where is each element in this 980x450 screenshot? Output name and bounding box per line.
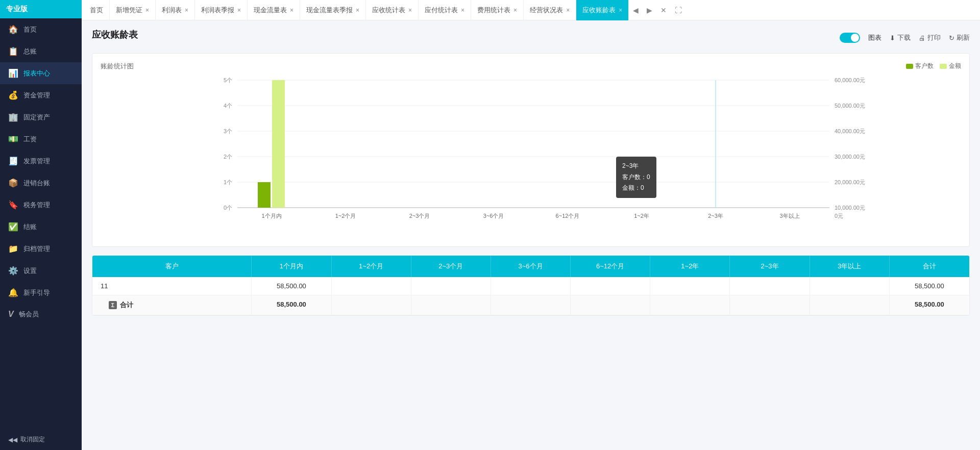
sidebar-logo: 专业版 [0, 0, 82, 18]
tab-ar-aging[interactable]: 应收账龄表 × [576, 0, 629, 20]
finance-icon: 💰 [8, 90, 18, 100]
td-total-m23 [411, 295, 491, 315]
print-btn[interactable]: 🖨 打印 [919, 33, 941, 42]
td-total-y23 [730, 295, 810, 315]
legend-amount: 金额 [940, 62, 961, 70]
sidebar-item-invoice[interactable]: 🧾 发票管理 [0, 150, 82, 172]
print-icon: 🖨 [919, 34, 925, 42]
tab-ap-stats-close[interactable]: × [461, 7, 464, 14]
download-label: 下载 [897, 33, 911, 42]
home-icon: 🏠 [8, 24, 18, 34]
ledger-icon: 📋 [8, 46, 18, 56]
svg-text:0个: 0个 [224, 205, 232, 211]
sidebar-item-label: 发票管理 [23, 157, 50, 166]
td-m36-0 [491, 277, 571, 295]
sidebar-item-archive[interactable]: 📁 归档管理 [0, 238, 82, 260]
tab-cashflow[interactable]: 现金流量表 × [248, 0, 300, 20]
tab-profit[interactable]: 利润表 × [156, 0, 195, 20]
sidebar-item-sales[interactable]: 📦 进销台账 [0, 172, 82, 194]
tab-business[interactable]: 经营状况表 × [524, 0, 576, 20]
tab-ap-stats[interactable]: 应付统计表 × [419, 0, 471, 20]
td-y23-0 [730, 277, 810, 295]
sidebar-item-salary[interactable]: 💵 工资 [0, 128, 82, 150]
td-total-y12 [650, 295, 730, 315]
tab-ar-stats-close[interactable]: × [408, 7, 412, 14]
sum-icon: Σ [109, 301, 117, 309]
legend-amount-label: 金额 [949, 62, 961, 70]
tab-expense-stats[interactable]: 费用统计表 × [471, 0, 524, 20]
table-total-row: Σ 合计 58,500.00 58,500.00 [92, 295, 969, 315]
sidebar-item-report[interactable]: 📊 报表中心 [0, 62, 82, 84]
sidebar-item-home[interactable]: 🏠 首页 [0, 18, 82, 40]
sidebar-collapse-btn[interactable]: ◀◀ 取消固定 [0, 429, 82, 450]
tab-cashflow-label: 现金流量表 [254, 6, 287, 15]
guide-icon: 🔔 [8, 288, 18, 297]
td-total-m1: 58,500.00 [252, 295, 331, 315]
tab-ap-stats-label: 应付统计表 [425, 6, 458, 15]
th-y23: 2~3年 [730, 256, 810, 277]
tab-home[interactable]: 首页 [84, 0, 110, 20]
sidebar-item-label: 畅会员 [19, 310, 39, 319]
sidebar-item-label: 新手引导 [23, 288, 50, 297]
tab-profit-quarterly[interactable]: 利润表季报 × [195, 0, 248, 20]
tab-business-label: 经营状况表 [530, 6, 563, 15]
sidebar-item-guide[interactable]: 🔔 新手引导 [0, 282, 82, 304]
td-total-m612 [571, 295, 650, 315]
tab-profit-close[interactable]: × [185, 7, 188, 14]
tab-ar-aging-close[interactable]: × [619, 7, 622, 14]
td-total-m36 [491, 295, 571, 315]
print-label: 打印 [927, 33, 941, 42]
sidebar-item-settings[interactable]: ⚙️ 设置 [0, 260, 82, 282]
chart-toggle[interactable] [840, 33, 860, 43]
svg-text:2个: 2个 [224, 154, 232, 160]
svg-text:3~6个月: 3~6个月 [483, 213, 504, 219]
sidebar-item-tax[interactable]: 🔖 税务管理 [0, 194, 82, 216]
th-y12: 1~2年 [650, 256, 730, 277]
refresh-icon: ↻ [949, 34, 954, 42]
tab-ar-aging-label: 应收账龄表 [582, 6, 616, 15]
tab-next-btn[interactable]: ▶ [643, 0, 656, 20]
sidebar-item-assets[interactable]: 🏢 固定资产 [0, 106, 82, 128]
sidebar-item-label: 工资 [23, 135, 37, 144]
tab-close-btn[interactable]: ✕ [656, 0, 671, 20]
tab-ar-stats[interactable]: 应收统计表 × [366, 0, 419, 20]
close-acct-icon: ✅ [8, 222, 18, 232]
download-btn[interactable]: ⬇ 下载 [890, 33, 911, 42]
svg-text:2~3个月: 2~3个月 [409, 213, 430, 219]
tab-profit-quarterly-label: 利润表季报 [201, 6, 234, 15]
tab-expand-btn[interactable]: ⛶ [671, 0, 686, 20]
tab-profit-quarterly-close[interactable]: × [237, 7, 241, 14]
td-m12-0 [332, 277, 411, 295]
tab-new-voucher[interactable]: 新增凭证 × [110, 0, 156, 20]
sidebar-item-label: 设置 [23, 266, 37, 276]
svg-text:2~3年: 2~3年 [708, 213, 723, 219]
tab-cashflow-quarterly[interactable]: 现金流量表季报 × [300, 0, 366, 20]
legend-amount-dot [940, 64, 947, 69]
chart-container: 账龄统计图 客户数 金额 [92, 53, 970, 247]
tab-new-voucher-close[interactable]: × [145, 7, 149, 14]
tab-cashflow-close[interactable]: × [290, 7, 293, 14]
sidebar-item-label: 报表中心 [23, 69, 50, 78]
th-m23: 2~3个月 [411, 256, 491, 277]
tab-ar-stats-label: 应收统计表 [372, 6, 405, 15]
vip-icon: V [8, 310, 14, 319]
page-title: 应收账龄表 [92, 29, 138, 41]
td-total-m12 [332, 295, 411, 315]
tab-prev-btn[interactable]: ◀ [629, 0, 643, 20]
sidebar-item-label: 资金管理 [23, 91, 50, 100]
sidebar-item-ledger[interactable]: 📋 总账 [0, 40, 82, 62]
tab-profit-label: 利润表 [162, 6, 182, 15]
sidebar-item-vip[interactable]: V 畅会员 [0, 304, 82, 325]
settings-icon: ⚙️ [8, 266, 18, 276]
refresh-btn[interactable]: ↻ 刷新 [949, 33, 970, 42]
svg-text:50,000.00元: 50,000.00元 [835, 103, 865, 109]
sidebar-item-close[interactable]: ✅ 结账 [0, 216, 82, 238]
svg-text:1~2个月: 1~2个月 [335, 213, 356, 219]
tab-business-close[interactable]: × [566, 7, 570, 14]
sidebar-item-label: 税务管理 [23, 201, 50, 210]
tab-expense-stats-close[interactable]: × [513, 7, 517, 14]
sidebar-item-finance[interactable]: 💰 资金管理 [0, 84, 82, 106]
tab-cashflow-quarterly-close[interactable]: × [356, 7, 359, 14]
td-total-label: Σ 合计 [92, 295, 252, 315]
chart-legend: 客户数 金额 [906, 62, 961, 70]
